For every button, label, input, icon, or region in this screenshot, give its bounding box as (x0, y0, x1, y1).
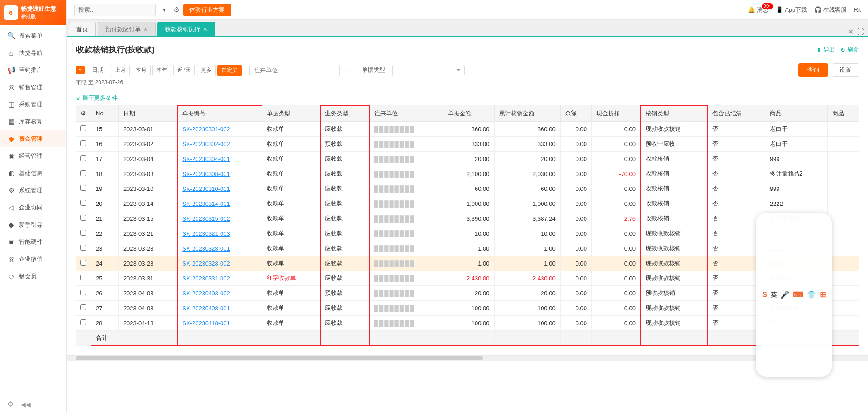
mic-icon[interactable]: 🎤 (780, 290, 789, 299)
scroll-thumb[interactable] (76, 356, 483, 360)
collapse-icon[interactable]: ◀◀ (21, 401, 31, 408)
cell-row-select[interactable] (76, 316, 91, 331)
row-checkbox[interactable] (80, 140, 86, 146)
unit-filter-input[interactable] (249, 65, 340, 76)
bill-no-link[interactable]: SK-20230308-001 (182, 171, 230, 177)
setting-button[interactable]: 设置 (832, 63, 859, 77)
maximize-icon[interactable]: ⛶ (857, 28, 864, 36)
row-checkbox[interactable] (80, 185, 86, 191)
cell-bill-no[interactable]: SK-20230403-002 (177, 286, 262, 301)
user-avatar[interactable]: Rit (854, 7, 861, 13)
industry-solution-button[interactable]: 体验行业方案 (183, 4, 231, 16)
online-service-button[interactable]: 🎧 在线客服 (814, 6, 847, 14)
date-btn-more[interactable]: 更多 (197, 65, 216, 76)
topbar-search-input[interactable] (74, 4, 156, 16)
cell-bill-no[interactable]: SK-20230302-002 (177, 137, 262, 152)
cell-bill-no[interactable]: SK-20230328-001 (177, 241, 262, 256)
tab-close-prepay[interactable]: ✕ (143, 26, 148, 33)
date-btn-custom[interactable]: 自定义 (217, 65, 242, 76)
row-checkbox[interactable] (80, 290, 86, 295)
bill-no-link[interactable]: SK-20230328-001 (182, 245, 230, 252)
bill-no-link[interactable]: SK-20230328-002 (182, 260, 230, 267)
cell-bill-no[interactable]: SK-20230321-003 (177, 226, 262, 241)
cell-row-select[interactable] (76, 211, 91, 226)
keyboard-icon[interactable]: ⌨ (793, 290, 803, 299)
cell-row-select[interactable] (76, 301, 91, 316)
cell-row-select[interactable] (76, 241, 91, 256)
cell-row-select[interactable] (76, 152, 91, 166)
date-btn-this-year[interactable]: 本年 (152, 65, 171, 76)
bill-no-link[interactable]: SK-20230403-002 (182, 290, 230, 297)
sidebar-item-guide[interactable]: ◆ 新手引导 (0, 216, 66, 233)
row-checkbox[interactable] (80, 245, 86, 251)
cell-row-select[interactable] (76, 286, 91, 301)
bill-no-link[interactable]: SK-20230301-002 (182, 126, 230, 133)
cell-bill-no[interactable]: SK-20230314-001 (177, 196, 262, 211)
row-checkbox[interactable] (80, 200, 86, 206)
th-settings[interactable]: ⚙ (76, 105, 91, 122)
row-checkbox[interactable] (80, 155, 86, 161)
date-btn-last-month[interactable]: 上月 (111, 65, 130, 76)
topbar-dropdown[interactable]: ▾ (159, 5, 170, 15)
date-btn-this-month[interactable]: 本月 (132, 65, 151, 76)
bill-no-link[interactable]: SK-20230408-001 (182, 305, 230, 312)
row-checkbox[interactable] (80, 304, 86, 310)
cell-row-select[interactable] (76, 122, 91, 137)
tab-prepay[interactable]: 预付款应付单 ✕ (98, 22, 156, 36)
messages-button[interactable]: 🔔 消息 99+ (748, 6, 769, 14)
filter-expand-button[interactable]: » (76, 66, 85, 74)
cell-row-select[interactable] (76, 226, 91, 241)
grid-icon[interactable]: ⊞ (820, 290, 826, 299)
cell-row-select[interactable] (76, 271, 91, 286)
close-tab-icon[interactable]: ✕ (848, 28, 854, 36)
cell-row-select[interactable] (76, 196, 91, 211)
sidebar-item-marketing[interactable]: 📢 营销推广 (0, 62, 66, 79)
bill-no-link[interactable]: SK-20230418-001 (182, 320, 230, 327)
cell-row-select[interactable] (76, 181, 91, 196)
sidebar-item-sales[interactable]: ◎ 销售管理 (0, 79, 66, 96)
cell-bill-no[interactable]: SK-20230315-002 (177, 211, 262, 226)
topbar-gear-icon[interactable]: ⚙ (173, 5, 179, 14)
bill-no-link[interactable]: SK-20230331-002 (182, 275, 230, 282)
sidebar-item-quick[interactable]: ⌂ 快捷导航 (0, 44, 66, 62)
sidebar-item-purchase[interactable]: ◫ 采购管理 (0, 96, 66, 113)
tab-close-receivable[interactable]: ✕ (203, 26, 208, 33)
bill-no-link[interactable]: SK-20230310-001 (182, 185, 230, 192)
row-checkbox[interactable] (80, 230, 86, 236)
cell-bill-no[interactable]: SK-20230301-002 (177, 122, 262, 137)
cell-row-select[interactable] (76, 256, 91, 271)
sidebar-item-wechat[interactable]: ◎ 企业微信 (0, 251, 66, 268)
cell-bill-no[interactable]: SK-20230304-001 (177, 152, 262, 166)
query-button[interactable]: 查询 (798, 63, 828, 77)
app-download-button[interactable]: 📱 App下载 (776, 6, 807, 14)
date-btn-7days[interactable]: 近7天 (173, 65, 195, 76)
cell-bill-no[interactable]: SK-20230310-001 (177, 181, 262, 196)
sidebar-item-system[interactable]: ⚙ 系统管理 (0, 182, 66, 199)
sidebar-item-operation[interactable]: ◉ 经营管理 (0, 147, 66, 165)
sidebar-item-enterprise[interactable]: ◁ 企业协同 (0, 199, 66, 216)
row-checkbox[interactable] (80, 125, 86, 131)
row-checkbox[interactable] (80, 260, 86, 266)
sidebar-item-member[interactable]: ◇ 畅会员 (0, 268, 66, 285)
bill-type-select[interactable] (392, 65, 465, 76)
bill-no-link[interactable]: SK-20230302-002 (182, 141, 230, 147)
cell-row-select[interactable] (76, 137, 91, 152)
row-checkbox[interactable] (80, 215, 86, 221)
sidebar-item-basic[interactable]: ◐ 基础信息 (0, 165, 66, 182)
sidebar-item-hardware[interactable]: ▣ 智能硬件 (0, 233, 66, 251)
tab-receivable[interactable]: 收款核销执行 ✕ (157, 22, 215, 36)
cell-bill-no[interactable]: SK-20230308-001 (177, 166, 262, 181)
sidebar-item-inventory[interactable]: ▦ 库存核算 (0, 113, 66, 130)
settings-icon[interactable]: ⚙ (7, 400, 14, 408)
sidebar-item-finance[interactable]: ◈ 资金管理 (0, 130, 66, 147)
bill-no-link[interactable]: SK-20230304-001 (182, 156, 230, 162)
bill-no-link[interactable]: SK-20230321-003 (182, 230, 230, 237)
refresh-button[interactable]: ↻ 刷新 (840, 46, 859, 54)
cell-bill-no[interactable]: SK-20230408-001 (177, 301, 262, 316)
expand-more-row[interactable]: ∨ 展开更多条件 (67, 91, 868, 105)
horizontal-scrollbar[interactable] (67, 355, 868, 361)
cell-bill-no[interactable]: SK-20230331-002 (177, 271, 262, 286)
cell-bill-no[interactable]: SK-20230328-002 (177, 256, 262, 271)
row-checkbox[interactable] (80, 319, 86, 325)
bill-no-link[interactable]: SK-20230314-001 (182, 200, 230, 207)
